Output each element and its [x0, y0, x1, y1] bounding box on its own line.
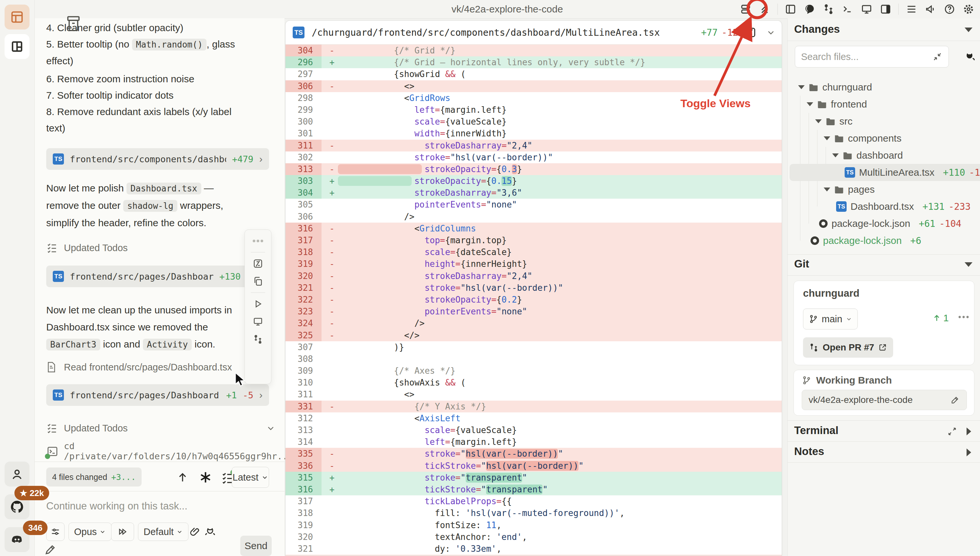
tree-file-package-lock.json[interactable]: package-lock.json+6: [789, 232, 980, 249]
layout-dashboard-icon: [10, 10, 24, 24]
tree-file-package-lock.json[interactable]: package-lock.json+61-104: [789, 215, 980, 232]
terminal-icon[interactable]: [841, 3, 854, 15]
diff-line: 320-strokeDasharray="2,4": [286, 270, 782, 282]
files-changed-chip[interactable]: 4 files changed +3...: [46, 467, 142, 486]
collapse-triangle-icon[interactable]: [965, 262, 972, 267]
tree-folder-components[interactable]: components: [789, 130, 980, 147]
updated-todos-row[interactable]: Updated Todos: [46, 421, 276, 435]
megaphone-icon[interactable]: [924, 3, 937, 15]
chevron-right-icon: ›: [259, 390, 263, 401]
tree-folder-frontend[interactable]: frontend: [789, 96, 980, 113]
rail-layout-dashboard-button[interactable]: [5, 5, 29, 29]
diff-line: 321dy: '0.33em',: [286, 543, 782, 555]
tree-folder-churnguard[interactable]: churnguard: [789, 79, 980, 96]
tree-file-Dashboard.tsx[interactable]: TSDashboard.tsx+131-233: [789, 198, 980, 215]
diff-line: 309{/* Axes */}: [286, 365, 782, 377]
cat-agent-icon[interactable]: [962, 50, 977, 64]
expand-icon[interactable]: [947, 426, 957, 437]
scroll-up-icon[interactable]: [175, 470, 190, 485]
git-compare-icon[interactable]: [822, 3, 835, 15]
caret-down-icon: [807, 102, 813, 106]
tree-folder-src[interactable]: src: [789, 113, 980, 130]
diff-line: 308: [286, 353, 782, 365]
updated-todos-row[interactable]: Updated Todos: [46, 241, 276, 255]
inline-code-chip: Activity: [143, 339, 192, 351]
attachment-icon[interactable]: [188, 525, 202, 539]
git-compare-icon[interactable]: [251, 333, 265, 346]
chat-bubble-icon[interactable]: [803, 3, 816, 15]
mode-select[interactable]: Default: [138, 522, 189, 541]
expand-triangle-icon[interactable]: [967, 427, 971, 435]
diff-line: 321-stroke="hsl(var(--border))": [286, 282, 782, 294]
panel-left-icon[interactable]: [784, 3, 797, 15]
working-branch-input[interactable]: vk/4e2a-explore-the-code: [802, 390, 967, 410]
chat-list-item: 5. Better tooltip (no Math.random(), gla…: [46, 36, 276, 69]
diff-line: 323-pointerEvents="none": [286, 305, 782, 317]
diff-line: 315+stroke="transparent": [286, 472, 782, 483]
tree-file-MultiLineArea.tsx[interactable]: TSMultiLineArea.tsx+110-162: [789, 164, 980, 181]
shrink-icon[interactable]: [932, 52, 943, 62]
version-select[interactable]: Latest: [232, 467, 269, 488]
folder-icon: [817, 100, 827, 108]
menu-icon[interactable]: [905, 3, 918, 15]
collapse-triangle-icon[interactable]: [965, 27, 972, 32]
repo-name: churnguard: [803, 288, 859, 299]
monitor-icon[interactable]: [251, 315, 265, 328]
open-pr-button[interactable]: Open PR #7: [803, 337, 893, 358]
notes-section-header[interactable]: Notes: [794, 445, 824, 457]
file-diff-chip[interactable]: TS frontend/src/pages/Dashboar... +130 -…: [46, 265, 269, 287]
rail-kanban-button[interactable]: [5, 34, 29, 59]
monitor-icon[interactable]: [861, 3, 873, 15]
expand-triangle-icon[interactable]: [967, 448, 971, 456]
collapse-all-icon[interactable]: [759, 3, 771, 15]
diff-line: 304-{/* Grid */}: [286, 45, 782, 57]
send-button[interactable]: Send: [240, 536, 272, 556]
toggle-views-icon[interactable]: [739, 3, 752, 15]
rail-account-button[interactable]: [5, 462, 29, 486]
more-dots-icon[interactable]: [957, 315, 970, 319]
tree-folder-pages[interactable]: pages: [789, 181, 980, 198]
panel-right-icon[interactable]: [879, 3, 892, 15]
file-diff-chip[interactable]: TS frontend/src/pages/Dashboard.tsx +1 -…: [46, 384, 269, 406]
split-diff-icon[interactable]: [744, 26, 757, 39]
branch-select[interactable]: main: [803, 309, 858, 330]
help-icon[interactable]: [943, 3, 956, 15]
edit-diff-icon[interactable]: [251, 257, 265, 270]
terminal-command-row[interactable]: cd /private/var/folders/10/h7w0q46556ggr…: [46, 444, 276, 458]
fast-forward-button[interactable]: [111, 522, 134, 541]
model-select[interactable]: Opus: [68, 522, 111, 541]
repo-card: churnguard main 1 Open PR #7: [793, 281, 974, 365]
chevron-down-icon[interactable]: [266, 423, 276, 433]
file-search-input[interactable]: Search files...: [795, 46, 949, 68]
menu-divider: [251, 252, 265, 252]
cat-agent-icon[interactable]: [203, 525, 217, 539]
chevron-down-icon[interactable]: [765, 26, 777, 39]
git-section-header[interactable]: Git: [794, 258, 809, 270]
commits-ahead[interactable]: 1: [932, 312, 949, 323]
chevron-down-icon: [176, 529, 183, 535]
diff-line: 318-scale={dateScale}: [286, 246, 782, 258]
git-branch-icon: [802, 375, 812, 385]
archive-icon[interactable]: [66, 14, 81, 34]
diff-line: 311<>: [286, 388, 782, 400]
more-dots-icon[interactable]: [251, 234, 265, 247]
changes-section-header[interactable]: Changes: [794, 23, 840, 36]
marker-pen-icon[interactable]: [44, 541, 58, 555]
starburst-icon[interactable]: [198, 470, 213, 485]
play-icon[interactable]: [251, 297, 265, 310]
message-input[interactable]: Continue working on this task...: [46, 500, 187, 512]
settings-sliders-button[interactable]: [46, 522, 65, 541]
typescript-file-icon: TS: [53, 154, 64, 165]
diff-line: 317-top={margin.top}: [286, 234, 782, 246]
settings-gear-icon[interactable]: [962, 3, 975, 15]
terminal-section-header[interactable]: Terminal: [794, 424, 838, 437]
composer-divider: [34, 462, 284, 462]
tree-folder-dashboard[interactable]: dashboard: [789, 147, 980, 164]
typescript-file-icon: TS: [293, 27, 305, 38]
file-diff-chip[interactable]: TS frontend/src/components/dashboa... +4…: [46, 148, 269, 170]
edit-pencil-icon[interactable]: [950, 395, 960, 405]
folder-icon: [843, 151, 852, 160]
copy-icon[interactable]: [251, 275, 265, 288]
external-link-icon: [878, 343, 887, 352]
topbar-divider: [898, 3, 899, 15]
